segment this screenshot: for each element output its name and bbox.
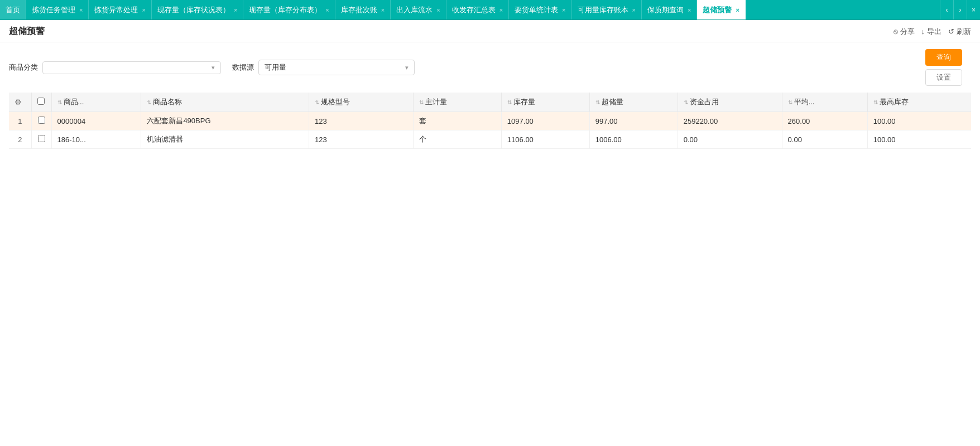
th-checkbox xyxy=(31,93,51,112)
refresh-icon: ↺ xyxy=(948,27,954,36)
settings-button[interactable]: 设置 xyxy=(925,69,962,86)
row-checkbox[interactable] xyxy=(38,135,45,142)
th-avg[interactable]: ⇅ 平均... xyxy=(782,93,867,112)
close-icon[interactable]: × xyxy=(436,7,440,13)
select-all-checkbox[interactable] xyxy=(37,98,45,105)
row-product-name: 机油滤清器 xyxy=(141,130,309,149)
column-settings-button[interactable]: ⚙ xyxy=(15,98,22,106)
row-checkbox-cell xyxy=(31,130,51,149)
row-product-name: 六配套新昌490BPG xyxy=(141,112,309,130)
row-stock-qty: 1097.00 xyxy=(501,112,589,130)
nav-bar: 首页 拣货任务管理 × 拣货异常处理 × 现存量（库存状况表） × 现存量（库存… xyxy=(0,0,980,20)
close-icon[interactable]: × xyxy=(499,7,503,13)
sort-icon: ⇅ xyxy=(419,99,424,105)
close-icon[interactable]: × xyxy=(381,7,385,13)
th-spec[interactable]: ⇅ 规格型号 xyxy=(309,93,414,112)
sort-icon: ⇅ xyxy=(57,99,62,105)
nav-available-stock[interactable]: 可用量库存账本 × xyxy=(572,0,642,20)
close-icon[interactable]: × xyxy=(562,7,565,13)
filter-category: 商品分类 ▾ xyxy=(9,61,221,74)
query-button[interactable]: 查询 xyxy=(925,49,962,66)
row-max-stock: 100.00 xyxy=(867,130,971,149)
row-capital-use: 259220.00 xyxy=(678,112,782,130)
datasource-select[interactable]: 可用量 ▾ xyxy=(258,60,415,75)
category-select[interactable]: ▾ xyxy=(42,61,221,74)
table-row: 2 186-10... 机油滤清器 123 个 1106.00 1006.00 … xyxy=(9,130,971,149)
row-stock-qty: 1106.00 xyxy=(501,130,589,149)
row-unit: 个 xyxy=(413,130,501,149)
table-row: 1 0000004 六配套新昌490BPG 123 套 1097.00 997.… xyxy=(9,112,971,130)
row-product-code: 186-10... xyxy=(51,130,141,149)
nav-collect-send[interactable]: 收发存汇总表 × xyxy=(446,0,509,20)
share-icon: ⎋ xyxy=(893,27,898,36)
export-button[interactable]: ↓ 导出 xyxy=(921,27,942,37)
page-title: 超储预警 xyxy=(9,26,45,37)
nav-close-all-arrow[interactable]: × xyxy=(967,0,980,20)
row-avg: 0.00 xyxy=(782,130,867,149)
close-icon[interactable]: × xyxy=(632,7,636,13)
close-icon[interactable]: × xyxy=(688,7,691,13)
nav-stock-dist[interactable]: 现存量（库存分布表） × xyxy=(243,0,335,20)
nav-stock-status[interactable]: 现存量（库存状况表） × xyxy=(152,0,243,20)
th-capital-use[interactable]: ⇅ 资金占用 xyxy=(678,93,782,112)
filter-area: 商品分类 ▾ 数据源 可用量 ▾ 查询 设置 xyxy=(0,42,980,93)
nav-home[interactable]: 首页 xyxy=(0,0,26,20)
sort-icon: ⇅ xyxy=(147,99,151,105)
sort-icon: ⇅ xyxy=(684,99,688,105)
filter-datasource: 数据源 可用量 ▾ xyxy=(232,60,415,75)
action-buttons: 查询 设置 xyxy=(925,49,971,86)
close-icon[interactable]: × xyxy=(79,7,83,13)
th-overstock-qty[interactable]: ⇅ 超储量 xyxy=(589,93,678,112)
row-max-stock: 100.00 xyxy=(867,112,971,130)
close-icon[interactable]: × xyxy=(325,7,329,13)
nav-abnormal[interactable]: 拣货异常处理 × xyxy=(89,0,151,20)
page-content: 超储预警 ⎋ 分享 ↓ 导出 ↺ 刷新 商品分类 ▾ 数据源 xyxy=(0,20,980,446)
refresh-button[interactable]: ↺ 刷新 xyxy=(948,27,971,37)
th-stock-qty[interactable]: ⇅ 库存量 xyxy=(501,93,589,112)
datasource-label: 数据源 xyxy=(232,62,254,72)
page-header: 超储预警 ⎋ 分享 ↓ 导出 ↺ 刷新 xyxy=(0,20,980,42)
nav-next-arrow[interactable]: › xyxy=(953,0,967,20)
row-seq: 1 xyxy=(9,112,31,130)
th-product-name[interactable]: ⇅ 商品名称 xyxy=(141,93,309,112)
nav-quality-check[interactable]: 保质期查询 × xyxy=(642,0,697,20)
data-table: ⚙ ⇅ 商品... ⇅ 商品名称 xyxy=(9,93,971,149)
export-icon: ↓ xyxy=(921,27,925,36)
sort-icon: ⇅ xyxy=(873,99,878,105)
row-avg: 260.00 xyxy=(782,112,867,130)
sort-icon: ⇅ xyxy=(507,99,512,105)
nav-task-mgmt[interactable]: 拣货任务管理 × xyxy=(26,0,89,20)
row-seq: 2 xyxy=(9,130,31,149)
row-overstock-qty: 997.00 xyxy=(589,112,678,130)
row-product-code: 0000004 xyxy=(51,112,141,130)
header-actions: ⎋ 分享 ↓ 导出 ↺ 刷新 xyxy=(893,27,972,37)
sort-icon: ⇅ xyxy=(315,99,319,105)
sort-icon: ⇅ xyxy=(595,99,600,105)
nav-overstock-warn[interactable]: 超储预警 × xyxy=(697,0,745,20)
row-unit: 套 xyxy=(413,112,501,130)
nav-inout-flow[interactable]: 出入库流水 × xyxy=(391,0,446,20)
row-spec: 123 xyxy=(309,112,414,130)
th-unit[interactable]: ⇅ 主计量 xyxy=(413,93,501,112)
th-settings: ⚙ xyxy=(9,93,31,112)
share-button[interactable]: ⎋ 分享 xyxy=(893,27,915,37)
nav-stock-batch[interactable]: 库存批次账 × xyxy=(335,0,391,20)
row-checkbox[interactable] xyxy=(38,117,45,124)
category-label: 商品分类 xyxy=(9,62,38,72)
close-icon[interactable]: × xyxy=(234,7,237,13)
th-max-stock[interactable]: ⇅ 最高库存 xyxy=(867,93,971,112)
datasource-value: 可用量 xyxy=(265,62,286,72)
row-checkbox-cell xyxy=(31,112,51,130)
nav-order-stat[interactable]: 要货单统计表 × xyxy=(509,0,571,20)
th-product-code[interactable]: ⇅ 商品... xyxy=(51,93,141,112)
row-overstock-qty: 1006.00 xyxy=(589,130,678,149)
chevron-down-icon: ▾ xyxy=(212,64,215,71)
nav-arrows: ‹ › × xyxy=(940,0,980,20)
close-icon[interactable]: × xyxy=(142,7,145,13)
nav-prev-arrow[interactable]: ‹ xyxy=(940,0,953,20)
table-container: ⚙ ⇅ 商品... ⇅ 商品名称 xyxy=(0,93,980,149)
row-capital-use: 0.00 xyxy=(678,130,782,149)
close-icon[interactable]: × xyxy=(736,7,739,13)
table-header-row: ⚙ ⇅ 商品... ⇅ 商品名称 xyxy=(9,93,971,112)
chevron-down-icon: ▾ xyxy=(405,64,409,71)
